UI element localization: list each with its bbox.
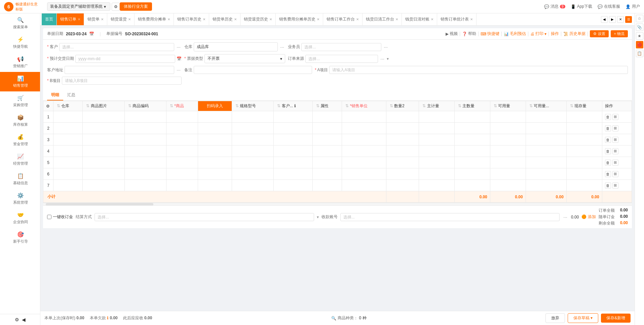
- sidebar-item-marketing[interactable]: 📢 营销推广: [0, 52, 40, 72]
- tab-close-sales-workbench[interactable]: ✕: [356, 17, 359, 21]
- row-1-available2[interactable]: [526, 111, 566, 123]
- row-3-sales-unit[interactable]: [342, 134, 386, 146]
- account-dots-btn[interactable]: ···: [562, 214, 568, 220]
- tab-close-sales-invoice[interactable]: ✕: [101, 17, 104, 21]
- delivery-date-cal-icon[interactable]: 📅: [177, 56, 182, 61]
- cal-icon[interactable]: 📅: [89, 32, 94, 36]
- row-7-delete-icon[interactable]: 🗑: [605, 182, 611, 189]
- col-available[interactable]: ⇅ 可用量: [490, 101, 526, 111]
- row-4-spec[interactable]: [232, 146, 273, 157]
- row-7-product-code[interactable]: [124, 180, 166, 191]
- a-project-input[interactable]: [329, 66, 628, 74]
- row-1-stock[interactable]: [566, 111, 602, 123]
- row-2-main-qty[interactable]: [455, 123, 490, 134]
- row-7-product[interactable]: [166, 180, 198, 191]
- current-order-info-icon[interactable]: ℹ: [107, 316, 109, 320]
- b-project-input[interactable]: [62, 77, 182, 85]
- row-2-available2[interactable]: [526, 123, 566, 134]
- row-1-customer-code[interactable]: [274, 111, 313, 123]
- row-6-warehouse[interactable]: [53, 168, 83, 180]
- tab-sales-order[interactable]: 销售订单 ✕: [57, 13, 84, 26]
- row-4-product-img[interactable]: [83, 146, 124, 157]
- history-btn[interactable]: 📜 历史单据: [563, 31, 585, 37]
- row-5-product-img[interactable]: [83, 157, 124, 168]
- row-3-available[interactable]: [490, 134, 526, 146]
- sub-tab-detail[interactable]: 明细: [47, 90, 63, 100]
- col-qty2[interactable]: ⇅ 数量2: [386, 101, 419, 111]
- tab-close-daily-workbench[interactable]: ✕: [395, 17, 398, 21]
- col-spec[interactable]: ⇅ 规格型号: [232, 101, 273, 111]
- tab-sales-invoice[interactable]: 销货单 ✕: [84, 13, 107, 26]
- tab-close-return-history[interactable]: ✕: [269, 17, 272, 21]
- row-6-copy-icon[interactable]: ⊞: [612, 171, 618, 177]
- sidebar-item-purchase[interactable]: 🛒 采购管理: [0, 91, 40, 111]
- row-6-main-qty[interactable]: [455, 168, 490, 180]
- row-2-main-unit[interactable]: [419, 123, 455, 134]
- row-7-warehouse[interactable]: [53, 180, 83, 191]
- row-4-qty2[interactable]: [386, 146, 419, 157]
- add-btn[interactable]: 🟠 添加: [581, 214, 596, 220]
- row-3-attribute[interactable]: [312, 134, 342, 146]
- row-5-attribute[interactable]: [312, 157, 342, 168]
- row-3-product[interactable]: [166, 134, 198, 146]
- payment-method-input[interactable]: [94, 213, 314, 221]
- sidebar-item-guide[interactable]: 🎯 新手引导: [0, 228, 40, 247]
- row-6-product[interactable]: [166, 168, 198, 180]
- row-1-main-unit[interactable]: [419, 111, 455, 123]
- right-panel-btn-1[interactable]: ☆: [636, 15, 643, 22]
- sidebar-settings-icon[interactable]: ⚙: [15, 317, 19, 322]
- row-6-product-code[interactable]: [124, 168, 166, 180]
- row-2-customer-code[interactable]: [274, 123, 313, 134]
- col-product[interactable]: ⇅ *商品: [166, 101, 198, 111]
- tab-menu-btn[interactable]: ☰: [625, 16, 632, 23]
- row-5-main-qty[interactable]: [455, 157, 490, 168]
- row-5-copy-icon[interactable]: ⊞: [612, 160, 618, 166]
- col-main-unit[interactable]: ⇅ 主计量: [419, 101, 455, 111]
- tab-next-btn[interactable]: ▶: [609, 16, 616, 23]
- col-customer-code[interactable]: ⇅ 客户... ℹ: [274, 101, 313, 111]
- system-select[interactable]: 装备及固定资产辅助管理系统 ▾: [47, 2, 110, 11]
- col-sales-unit[interactable]: ⇅ *销售单位: [342, 101, 386, 111]
- col-warehouse[interactable]: ⇅ 仓库: [53, 101, 83, 111]
- right-panel-btn-4[interactable]: 🔴: [636, 41, 643, 48]
- sidebar-item-basic-info[interactable]: 📋 基础信息: [0, 169, 40, 189]
- sidebar-item-quick-nav[interactable]: ⚡ 快捷导航: [0, 33, 40, 52]
- row-4-main-qty[interactable]: [455, 146, 490, 157]
- row-6-scan[interactable]: [198, 168, 232, 180]
- row-6-available[interactable]: [490, 168, 526, 180]
- row-6-stock[interactable]: [566, 168, 602, 180]
- row-3-main-qty[interactable]: [455, 134, 490, 146]
- right-panel-btn-5[interactable]: 📋: [636, 50, 643, 57]
- sidebar-item-capital[interactable]: 💰 资金管理: [0, 130, 40, 150]
- row-6-spec[interactable]: [232, 168, 273, 180]
- salesperson-dots-btn[interactable]: ···: [383, 44, 389, 50]
- tab-close-sales-stats[interactable]: ✕: [470, 17, 473, 21]
- sidebar-collapse-icon[interactable]: ◀: [22, 317, 26, 322]
- tab-return-history[interactable]: 销货退货历史 ✕: [240, 13, 276, 26]
- tab-sales-stats[interactable]: 销售订单统计表 ✕: [437, 13, 477, 26]
- col-available2[interactable]: ⇅ 可用量...: [526, 101, 566, 111]
- sidebar-item-sales[interactable]: 📊 销售管理: [0, 72, 40, 91]
- customer-dots-btn[interactable]: ···: [176, 44, 182, 50]
- row-7-stock[interactable]: [566, 180, 602, 191]
- row-5-spec[interactable]: [232, 157, 273, 168]
- tab-sales-order-history[interactable]: 销售订单历史 ✕: [174, 13, 209, 26]
- row-5-warehouse[interactable]: [53, 157, 83, 168]
- settings-icon[interactable]: ⚙: [112, 3, 120, 11]
- row-7-main-qty[interactable]: [455, 180, 490, 191]
- sidebar-item-inventory[interactable]: 📦 库存核算: [0, 111, 40, 130]
- row-7-copy-icon[interactable]: ⊞: [612, 182, 618, 189]
- row-1-product-img[interactable]: [83, 111, 124, 123]
- address-dots-btn[interactable]: ···: [176, 67, 182, 73]
- sidebar-item-operations[interactable]: 📈 经营管理: [0, 150, 40, 169]
- row-4-sales-unit[interactable]: [342, 146, 386, 157]
- row-2-scan[interactable]: [198, 123, 232, 134]
- row-3-spec[interactable]: [232, 134, 273, 146]
- tab-home[interactable]: 首页: [42, 13, 57, 26]
- discard-btn[interactable]: 放弃: [545, 313, 565, 323]
- right-panel-btn-3[interactable]: ★: [636, 32, 643, 40]
- account-input[interactable]: [340, 213, 560, 221]
- row-3-scan[interactable]: [198, 134, 232, 146]
- row-2-sales-unit[interactable]: [342, 123, 386, 134]
- print-btn[interactable]: 🖨 打印 ▾: [530, 31, 546, 37]
